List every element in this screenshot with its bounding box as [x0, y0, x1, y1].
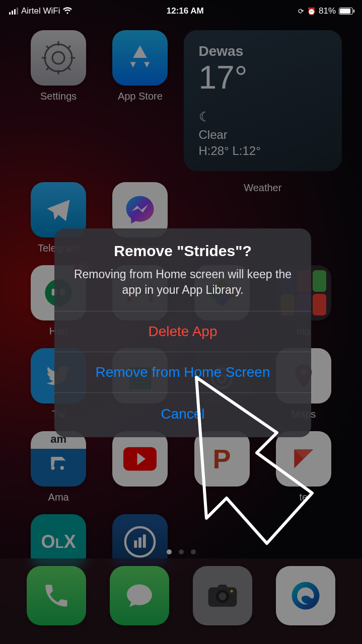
cancel-button[interactable]: Cancel [54, 392, 311, 437]
orientation-lock-icon: ⟳ [298, 7, 304, 15]
remove-app-alert: Remove "Strides"? Removing from Home scr… [54, 228, 311, 437]
wifi-icon [63, 7, 72, 16]
battery-icon [339, 8, 353, 15]
alarm-icon: ⏰ [307, 7, 316, 15]
status-bar: Airtel WiFi 12:16 AM ⟳ ⏰ 81% [0, 0, 362, 22]
status-time: 12:16 AM [167, 6, 204, 16]
remove-from-home-button[interactable]: Remove from Home Screen [54, 352, 311, 392]
delete-app-button[interactable]: Delete App [54, 311, 311, 352]
alert-message: Removing from Home screen will keep the … [69, 267, 296, 298]
carrier-label: Airtel WiFi [21, 6, 60, 16]
cellular-signal-icon [9, 8, 18, 15]
battery-percent: 81% [319, 6, 336, 16]
alert-title: Remove "Strides"? [69, 243, 296, 260]
